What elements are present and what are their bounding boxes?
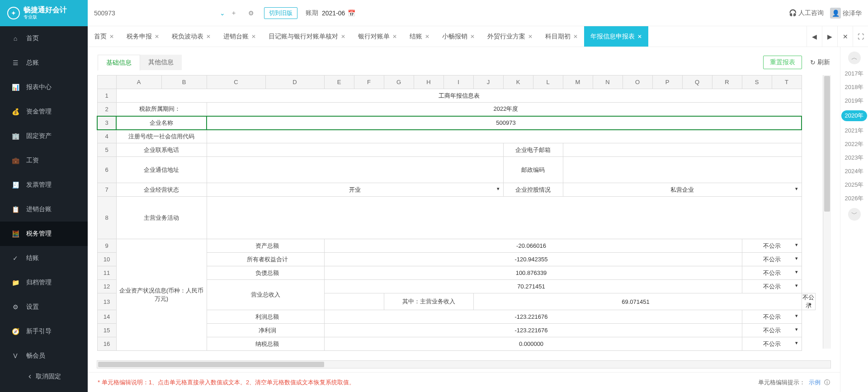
tabs-next[interactable]: ▶ <box>822 26 837 47</box>
tabs-fullscreen-icon[interactable]: ⛶ <box>853 26 868 47</box>
row-header[interactable]: 7 <box>97 183 116 197</box>
refresh-button[interactable]: ↻ 刷新 <box>810 58 830 66</box>
tab-close-icon[interactable]: ✕ <box>528 33 533 40</box>
horizontal-scrollbar[interactable] <box>97 360 831 368</box>
row-header[interactable]: 16 <box>97 337 116 351</box>
tab-0[interactable]: 首页✕ <box>88 26 120 47</box>
tab-4[interactable]: 日记账与银行对账单核对✕ <box>262 26 352 47</box>
tab-3[interactable]: 进销台账✕ <box>217 26 262 47</box>
tab-7[interactable]: 小畅报销✕ <box>436 26 481 47</box>
unpin-button[interactable]: 取消固定 <box>0 368 88 386</box>
tab-5[interactable]: 银行对账单✕ <box>352 26 403 47</box>
col-header[interactable]: J <box>473 76 503 89</box>
holding-dropdown[interactable]: 私营企业 <box>563 183 802 197</box>
col-header[interactable]: D <box>265 76 324 89</box>
example-link[interactable]: 示例 <box>809 378 821 387</box>
year-prev-button[interactable]: ︿ <box>848 52 861 64</box>
nav-item-13[interactable]: V畅会员 <box>0 344 88 368</box>
subtab-other[interactable]: 其他信息 <box>140 55 182 70</box>
tab-close-icon[interactable]: ✕ <box>341 33 345 40</box>
year-option[interactable]: 2023年 <box>845 154 864 162</box>
col-header[interactable]: B <box>161 76 207 89</box>
tabs-prev[interactable]: ◀ <box>807 26 822 47</box>
nav-item-12[interactable]: 🧭新手引导 <box>0 319 88 344</box>
tab-close-icon[interactable]: ✕ <box>573 33 578 40</box>
row-header[interactable]: 12 <box>97 280 116 293</box>
tab-2[interactable]: 税负波动表✕ <box>165 26 217 47</box>
nav-item-2[interactable]: 📊报表中心 <box>0 75 88 99</box>
year-option[interactable]: 2026年 <box>845 194 864 203</box>
col-header[interactable]: Q <box>682 76 712 89</box>
year-next-button[interactable]: ﹀ <box>848 208 861 221</box>
col-header[interactable]: H <box>414 76 443 89</box>
col-header[interactable]: T <box>772 76 802 89</box>
col-header[interactable]: G <box>384 76 414 89</box>
tab-8[interactable]: 外贸行业方案✕ <box>481 26 539 47</box>
row-header[interactable]: 14 <box>97 310 116 324</box>
col-header[interactable]: O <box>623 76 652 89</box>
nav-item-4[interactable]: 🏢固定资产 <box>0 124 88 148</box>
nav-item-3[interactable]: 💰资金管理 <box>0 99 88 124</box>
year-option[interactable]: 2024年 <box>845 167 864 175</box>
period-value[interactable]: 2021-06 <box>322 9 345 17</box>
tabs-close[interactable]: ✕ <box>837 26 853 47</box>
row-header[interactable]: 6 <box>97 157 116 183</box>
nav-item-0[interactable]: ⌂首页 <box>0 26 88 51</box>
publish-dropdown[interactable]: 不公示 <box>742 266 802 280</box>
row-header[interactable]: 10 <box>97 253 116 266</box>
subtab-basic[interactable]: 基础信息 <box>98 55 140 71</box>
publish-dropdown[interactable]: 不公示 <box>742 239 802 253</box>
settings-icon[interactable]: ⚙ <box>245 7 257 19</box>
nav-item-8[interactable]: 🧮税务管理 <box>0 222 88 246</box>
nav-item-1[interactable]: ☰总账 <box>0 51 88 75</box>
col-header[interactable]: A <box>116 76 161 89</box>
row-header[interactable]: 4 <box>97 130 116 143</box>
tab-1[interactable]: 税务申报✕ <box>120 26 165 47</box>
add-button[interactable]: ＋ <box>228 7 240 19</box>
year-option[interactable]: 2019年 <box>845 97 864 105</box>
tab-close-icon[interactable]: ✕ <box>109 33 114 40</box>
year-option[interactable]: 2022年 <box>845 140 864 148</box>
col-header[interactable]: S <box>742 76 772 89</box>
col-header[interactable]: I <box>443 76 473 89</box>
spreadsheet[interactable]: ABCDEFGHIJKLMNOPQRST 1工商年报信息表2税款所属期间：202… <box>97 75 816 351</box>
year-option[interactable]: 2020年 <box>841 110 868 121</box>
col-header[interactable]: N <box>593 76 623 89</box>
info-icon[interactable]: ⓘ <box>824 378 830 387</box>
year-option[interactable]: 2021年 <box>845 127 864 135</box>
nav-item-7[interactable]: 📋进销台账 <box>0 197 88 222</box>
row-header[interactable]: 13 <box>97 293 116 310</box>
nav-item-5[interactable]: 💼工资 <box>0 148 88 173</box>
col-header[interactable]: L <box>533 76 563 89</box>
nav-item-11[interactable]: ⚙设置 <box>0 295 88 319</box>
tab-close-icon[interactable]: ✕ <box>206 33 211 40</box>
col-header[interactable]: K <box>503 76 533 89</box>
tab-close-icon[interactable]: ✕ <box>425 33 429 40</box>
col-header[interactable]: C <box>207 76 265 89</box>
tab-6[interactable]: 结账✕ <box>403 26 436 47</box>
calendar-icon[interactable]: 📅 <box>348 9 355 17</box>
nav-item-10[interactable]: 📁归档管理 <box>0 270 88 295</box>
tab-10[interactable]: 年报信息申报表✕ <box>584 26 648 47</box>
publish-dropdown[interactable]: 不公示 <box>742 280 802 293</box>
nav-item-6[interactable]: 🧾发票管理 <box>0 173 88 197</box>
publish-dropdown[interactable]: 不公示 <box>742 253 802 266</box>
publish-dropdown[interactable]: 不公示 <box>742 337 802 351</box>
tab-close-icon[interactable]: ✕ <box>251 33 256 40</box>
col-header[interactable]: E <box>324 76 354 89</box>
reset-report-button[interactable]: 重置报表 <box>763 56 802 69</box>
status-dropdown[interactable]: 开业 <box>207 183 503 197</box>
nav-item-9[interactable]: ✓结账 <box>0 246 88 270</box>
publish-dropdown[interactable]: 不公示 <box>742 310 802 324</box>
row-header[interactable]: 11 <box>97 266 116 280</box>
row-header[interactable]: 2 <box>97 103 116 116</box>
col-header[interactable]: P <box>652 76 682 89</box>
support-link[interactable]: 🎧 人工咨询 <box>789 9 824 17</box>
tab-close-icon[interactable]: ✕ <box>392 33 397 40</box>
row-header[interactable]: 5 <box>97 143 116 157</box>
col-header[interactable]: R <box>712 76 742 89</box>
row-header[interactable]: 1 <box>97 89 116 103</box>
company-selector[interactable]: 500973 ⌄ <box>94 9 225 17</box>
tab-close-icon[interactable]: ✕ <box>155 33 159 40</box>
row-header[interactable]: 15 <box>97 324 116 337</box>
